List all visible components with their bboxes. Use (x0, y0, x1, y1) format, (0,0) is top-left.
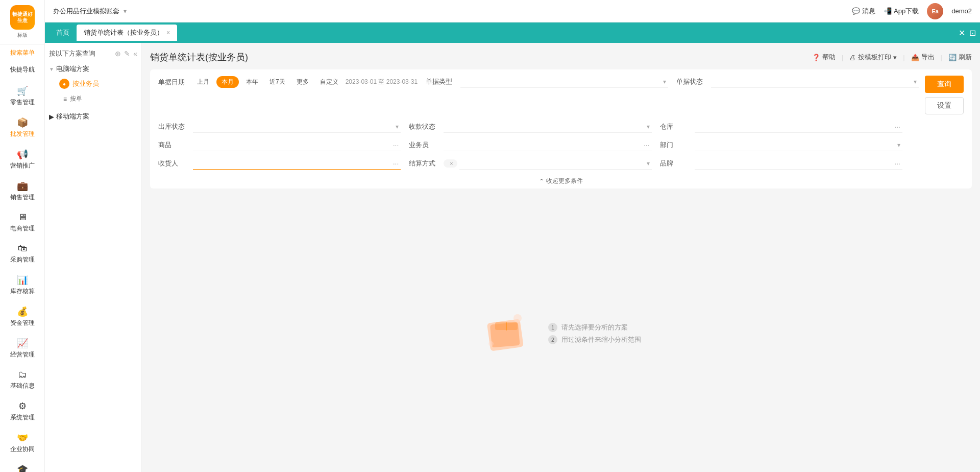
hint-num-2: 2 (548, 335, 557, 344)
left-panel-actions: ⊕ ✎ « (115, 50, 137, 58)
left-panel-title-text: 按以下方案查询 (49, 49, 95, 58)
action-btn-group: 查询 设置 (925, 76, 964, 114)
tab-expand-icon[interactable]: ⊡ (969, 28, 976, 38)
sidebar-item-ecommerce-label: 电商管理 (10, 224, 35, 233)
salesperson-input[interactable] (444, 139, 651, 151)
collapse-btn[interactable]: ⌃ 收起更多条件 (158, 174, 964, 188)
help-btn[interactable]: ❓ 帮助 (812, 53, 836, 62)
export-label: 导出 (921, 53, 935, 62)
sidebar-item-operation[interactable]: 📈 经营管理 (0, 333, 44, 364)
sidebar-item-marketing[interactable]: 📢 营销推广 (0, 144, 44, 175)
tab-sales-stat[interactable]: 销货单统计表（按业务员） × (77, 25, 177, 41)
sidebar-item-wholesale[interactable]: 📦 批发管理 (0, 112, 44, 144)
warehouse-label: 仓库 (660, 122, 691, 131)
doc-type-select[interactable] (460, 76, 668, 88)
sidebar-item-system[interactable]: ⚙ 系统管理 (0, 395, 44, 427)
date-filter: 上月 本月 本年 近7天 更多 自定义 2023-03-01 至 2023-03… (193, 76, 418, 88)
help-icon: ❓ (812, 54, 820, 61)
collapse-label: 收起更多条件 (546, 177, 583, 185)
settings-btn[interactable]: 设置 (925, 97, 964, 114)
doc-status-label: 单据状态 (676, 77, 707, 86)
receiver-dots-icon[interactable]: ··· (393, 159, 399, 168)
pc-scheme-label: 电脑端方案 (56, 64, 89, 74)
query-btn[interactable]: 查询 (925, 76, 964, 93)
message-btn[interactable]: 💬 消息 (852, 7, 875, 16)
pc-scheme-group: ▼ 电脑端方案 ● 按业务员 ≡ 按单 (49, 62, 137, 106)
date-btn-last-month[interactable]: 上月 (193, 76, 213, 88)
sidebar-item-retail[interactable]: 🛒 零售管理 (0, 80, 44, 112)
doc-status-select[interactable] (711, 76, 919, 88)
user-avatar[interactable]: Ea (927, 3, 943, 19)
results-area: 1 请先选择要分析的方案 2 用过滤条件来缩小分析范围 (150, 195, 972, 472)
goods-dots-icon[interactable]: ··· (393, 141, 399, 149)
pc-scheme-arrow: ▼ (49, 66, 54, 72)
brand-dots-icon[interactable]: ··· (894, 159, 900, 168)
topbar-title: 办公用品行业模拟账套 (53, 7, 119, 16)
add-scheme-btn[interactable]: ⊕ (115, 50, 121, 58)
sidebar-item-marketing-label: 营销推广 (10, 161, 35, 170)
action-sep-1: | (842, 54, 843, 61)
export-btn[interactable]: 📤 导出 (911, 53, 935, 62)
warehouse-dots-icon[interactable]: ··· (894, 123, 900, 131)
payment-select[interactable] (459, 157, 652, 170)
print-btn[interactable]: 🖨 按模板打印 ▾ (849, 53, 897, 62)
payment-tag-close[interactable]: × (450, 160, 453, 167)
empty-state: 1 请先选择要分析的方案 2 用过滤条件来缩小分析范围 (481, 308, 641, 359)
print-dropdown-icon[interactable]: ▾ (893, 54, 897, 61)
content-area: 按以下方案查询 ⊕ ✎ « ▼ 电脑端方案 ● 按业务员 ≡ 按 (45, 43, 980, 472)
department-select[interactable] (695, 139, 902, 151)
tab-home[interactable]: 首页 (49, 25, 77, 41)
scheme-item-by-salesperson[interactable]: ● 按业务员 (49, 76, 137, 92)
tab-close-all-icon[interactable]: ✕ (959, 28, 965, 38)
date-btn-this-year[interactable]: 本年 (242, 76, 262, 88)
mobile-scheme-arrow: ▶ (49, 113, 54, 121)
sidebar-item-ecommerce[interactable]: 🖥 电商管理 (0, 207, 44, 238)
scheme-sub-item-by-order[interactable]: ≡ 按单 (49, 92, 137, 106)
warehouse-input[interactable] (695, 121, 902, 133)
collapse-up-icon: ⌃ (539, 178, 544, 185)
receiver-input[interactable] (193, 157, 401, 170)
collapse-panel-btn[interactable]: « (133, 50, 137, 58)
brand-input[interactable] (695, 157, 902, 170)
sidebar-search-menu[interactable]: 搜索菜单 (0, 44, 44, 61)
pc-scheme-group-title[interactable]: ▼ 电脑端方案 (49, 62, 137, 76)
tab-sales-stat-label: 销货单统计表（按业务员） (84, 28, 163, 37)
out-status-select[interactable] (193, 121, 401, 133)
topbar-dropdown-arrow[interactable]: ▾ (124, 8, 127, 15)
sidebar-item-basic[interactable]: 🗂 基础信息 (0, 364, 44, 395)
left-panel-title-row: 按以下方案查询 ⊕ ✎ « (49, 49, 137, 58)
sidebar-quick-nav[interactable]: 快捷导航 (0, 61, 44, 78)
topbar-right: 💬 消息 📲 App下载 Ea demo2 (852, 3, 972, 19)
app-download-btn[interactable]: 📲 App下载 (884, 7, 919, 16)
sidebar-item-purchase[interactable]: 🛍 采购管理 (0, 238, 44, 269)
sidebar-item-inventory[interactable]: 📊 库存核算 (0, 269, 44, 301)
mobile-scheme-label: 移动端方案 (56, 112, 89, 121)
sidebar-item-enterprise[interactable]: 🤝 企业协同 (0, 427, 44, 459)
mobile-scheme-group-title[interactable]: ▶ 移动端方案 (49, 110, 137, 123)
sidebar-item-enterprise-label: 企业协同 (10, 445, 35, 454)
sidebar-item-operation-label: 经营管理 (10, 350, 35, 359)
action-sep-3: | (941, 54, 942, 61)
empty-hint-1: 1 请先选择要分析的方案 (548, 323, 641, 332)
date-btn-more[interactable]: 更多 (292, 76, 313, 88)
salesperson-scheme-icon: ● (59, 79, 69, 89)
date-btn-7days[interactable]: 近7天 (265, 76, 289, 88)
sidebar-item-finance[interactable]: 💰 资金管理 (0, 301, 44, 333)
date-btn-this-month[interactable]: 本月 (216, 76, 239, 88)
salesperson-dots-icon[interactable]: ··· (644, 141, 650, 149)
edit-scheme-btn[interactable]: ✎ (124, 50, 130, 58)
goods-label: 商品 (158, 140, 189, 150)
sidebar-item-system-label: 系统管理 (10, 413, 35, 422)
main-area: 办公用品行业模拟账套 ▾ 💬 消息 📲 App下载 Ea demo2 首页 销货… (45, 0, 980, 472)
message-icon: 💬 (852, 7, 860, 15)
sidebar-item-newbie[interactable]: 🎓 新手引导 (0, 459, 44, 472)
logo-subtext: 标版 (17, 32, 28, 39)
app-download-label: App下载 (894, 7, 919, 16)
refresh-btn[interactable]: 🔄 刷新 (948, 53, 972, 62)
tab-close-icon[interactable]: × (166, 29, 170, 36)
receipt-status-select[interactable] (444, 121, 651, 133)
topbar-left: 办公用品行业模拟账套 ▾ (53, 7, 127, 16)
sidebar-item-sales[interactable]: 💼 销售管理 (0, 175, 44, 207)
date-btn-custom[interactable]: 自定义 (316, 76, 342, 88)
goods-input[interactable] (193, 139, 401, 151)
